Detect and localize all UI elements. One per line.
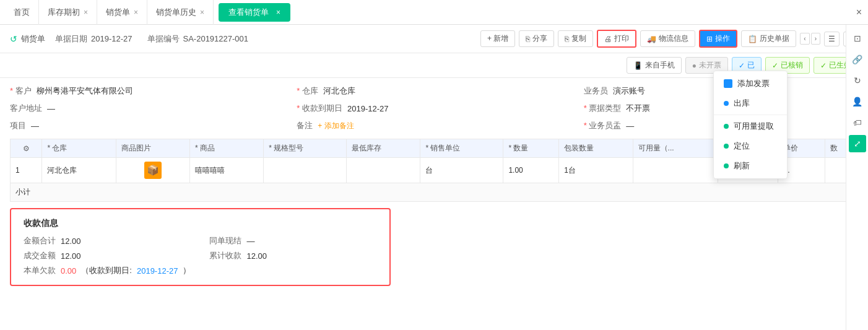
- col-package-qty: 包装数量: [559, 139, 633, 158]
- locate-label: 定位: [734, 141, 750, 152]
- payment-grid: 金额合计 12.00 同单现结 — 成交金额 12.00 累计收款 12.00 …: [24, 235, 377, 276]
- tab-close-inventory[interactable]: ×: [84, 9, 88, 16]
- dropdown-add-invoice[interactable]: 添加发票: [714, 74, 787, 93]
- address-value: —: [47, 104, 55, 113]
- tab-sales-history[interactable]: 销货单历史 ×: [147, 0, 214, 25]
- row-quantity: 1.00: [503, 158, 559, 183]
- warehouse-value: 河北仓库: [323, 85, 355, 97]
- effect-icon: ✓: [820, 61, 827, 70]
- add-note-button[interactable]: + 添加备注: [318, 121, 354, 131]
- customer-label: 客户: [10, 85, 32, 97]
- dropdown-available-qty[interactable]: 可用量提取: [714, 116, 787, 136]
- cumulative-label: 累计收款: [209, 250, 241, 261]
- col-unit: * 销售单位: [420, 139, 503, 158]
- cumulative-value: 12.00: [246, 251, 267, 261]
- tab-close-history[interactable]: ×: [200, 9, 204, 16]
- operate-dropdown: 添加发票 出库 可用量提取 定位 刷新: [713, 71, 788, 179]
- col-min-stock: 最低库存: [347, 139, 420, 158]
- project-field: 项目 —: [10, 120, 284, 131]
- tab-view-sales[interactable]: 查看销货单 ×: [219, 3, 290, 22]
- due-amount-item: 本单欠款 0.00 （收款到期日: 2019-12-27 ）: [24, 265, 191, 276]
- due-amount-value: 0.00: [61, 266, 76, 276]
- payment-date-value: 2019-12-27: [347, 104, 389, 113]
- dropdown-refresh[interactable]: 刷新: [714, 156, 787, 176]
- new-button[interactable]: + 新增: [480, 30, 515, 47]
- deal-amount-item: 成交金额 12.00: [24, 250, 191, 261]
- tab-close-sales[interactable]: ×: [134, 9, 138, 16]
- due-date-suffix: ）: [183, 265, 191, 276]
- sidebar-expand-icon[interactable]: ⊡: [849, 30, 866, 47]
- doc-number-label: 单据编号: [147, 33, 180, 45]
- tab-home[interactable]: 首页: [5, 0, 39, 25]
- payment-date-label: 收款到期日: [297, 103, 342, 114]
- doc-meta: 单据日期 2019-12-27 单据编号 SA-20191227-001: [55, 33, 471, 45]
- logistics-button[interactable]: 🚚 物流信息: [640, 30, 695, 47]
- add-invoice-label: 添加发票: [737, 78, 770, 89]
- print-button[interactable]: 🖨 打印: [597, 30, 636, 48]
- due-amount-label: 本单欠款: [24, 265, 56, 276]
- ticket-type-label: 票据类型: [584, 103, 622, 114]
- tab-bar: 首页 库存期初 × 销货单 × 销货单历史 × 查看销货单 × ×: [0, 0, 868, 25]
- refresh-label: 刷新: [734, 160, 750, 172]
- logistics-icon: 🚚: [647, 35, 656, 43]
- sidebar-refresh-icon[interactable]: ↻: [849, 72, 866, 89]
- menu-divider: [714, 115, 787, 115]
- address-label: 客户地址: [10, 103, 42, 114]
- tab-close-view[interactable]: ×: [276, 9, 280, 16]
- doc-date-value: 2019-12-27: [91, 34, 132, 43]
- col-settings[interactable]: ⚙: [11, 139, 42, 158]
- ticket-type-value: 不开票: [626, 103, 650, 114]
- prev-button[interactable]: ‹: [800, 33, 809, 45]
- dropdown-locate[interactable]: 定位: [714, 136, 787, 156]
- window-close-button[interactable]: ×: [856, 7, 862, 18]
- sidebar-tag-icon[interactable]: 🏷: [849, 114, 866, 131]
- salesperson-label: 业务员盂: [584, 120, 622, 131]
- add-invoice-icon: [724, 79, 732, 88]
- history-docs-button[interactable]: 📋 历史单据: [741, 30, 796, 47]
- doc-type-icon: ↺: [10, 34, 17, 44]
- row-index: 1: [11, 158, 42, 183]
- sidebar-person-icon[interactable]: 👤: [849, 93, 866, 110]
- salesperson-value: —: [626, 121, 634, 131]
- subtotal-label: 小计: [11, 183, 858, 202]
- total-amount-item: 金额合计 12.00: [24, 235, 191, 246]
- right-sidebar: ⊡ 🔗 ↻ 👤 🏷 ⤢: [846, 25, 868, 330]
- copy-icon: ⎘: [565, 35, 569, 43]
- row-image: 📦: [116, 158, 189, 183]
- col-spec: * 规格型号: [264, 139, 347, 158]
- list-view-button[interactable]: ☰: [824, 32, 840, 46]
- total-amount-value: 12.00: [61, 237, 81, 246]
- note-field: 备注 + 添加备注: [297, 120, 571, 131]
- next-button[interactable]: ›: [811, 33, 820, 45]
- tab-sales-order[interactable]: 销货单 ×: [97, 0, 147, 25]
- history-icon: 📋: [748, 35, 757, 43]
- dropdown-out-warehouse[interactable]: 出库: [714, 93, 787, 113]
- due-date-value: 2019-12-27: [137, 266, 178, 276]
- row-product: 嘻嘻嘻嘻: [189, 158, 263, 183]
- col-quantity: * 数量: [503, 139, 559, 158]
- tab-inventory-init[interactable]: 库存期初 ×: [39, 0, 97, 25]
- nav-arrows: ‹ ›: [800, 33, 820, 45]
- sidebar-link-icon[interactable]: 🔗: [849, 51, 866, 68]
- sidebar-fullscreen-icon[interactable]: ⤢: [849, 135, 866, 152]
- row-unit: 台: [420, 158, 503, 183]
- total-amount-label: 金额合计: [24, 235, 56, 246]
- col-warehouse: * 仓库: [42, 139, 116, 158]
- share-button[interactable]: ⎘ 分享: [519, 30, 554, 47]
- row-min-stock: [347, 158, 420, 183]
- share-icon: ⎘: [526, 35, 530, 43]
- due-date-prefix: （收款到期日:: [81, 265, 132, 276]
- from-phone-button[interactable]: 📱 来自手机: [627, 57, 682, 74]
- staff-label: 业务员: [584, 85, 608, 97]
- available-qty-label: 可用量提取: [734, 121, 774, 132]
- sold-icon: ✓: [772, 61, 778, 70]
- product-image: 📦: [144, 162, 162, 179]
- operate-button[interactable]: ⊞ 操作: [699, 30, 737, 48]
- confirm-icon: ✓: [739, 61, 745, 70]
- doc-header: ↺ 销货单 单据日期 2019-12-27 单据编号 SA-20191227-0…: [0, 25, 868, 53]
- project-value: —: [31, 121, 39, 131]
- customer-value: 柳州粤港平安气体有限公司: [37, 85, 133, 97]
- copy-button[interactable]: ⎘ 复制: [558, 30, 593, 47]
- doc-number-field: 单据编号 SA-20191227-001: [147, 33, 249, 45]
- main-content: ↺ 销货单 单据日期 2019-12-27 单据编号 SA-20191227-0…: [0, 25, 868, 330]
